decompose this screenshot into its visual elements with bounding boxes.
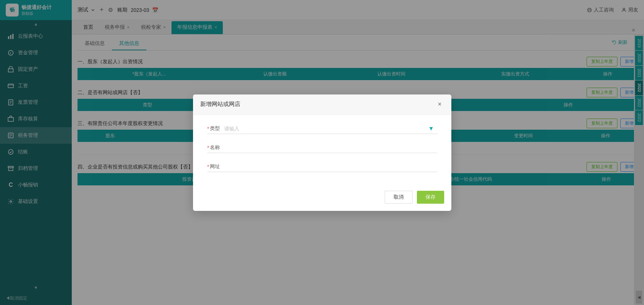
url-required-mark: * [207, 164, 209, 170]
form-field-type: * 类型 ▼ [207, 124, 437, 134]
modal-close-icon: × [438, 101, 442, 108]
name-required-mark: * [207, 145, 209, 151]
type-label: 类型 [210, 125, 220, 132]
modal-header: 新增网站或网店 × [193, 94, 451, 115]
modal-title: 新增网站或网店 [200, 101, 240, 108]
modal-dialog: 新增网站或网店 × * 类型 ▼ * 名称 [193, 94, 451, 211]
type-dropdown-icon[interactable]: ▼ [428, 125, 434, 132]
cancel-button[interactable]: 取消 [385, 191, 413, 204]
name-label: 名称 [210, 144, 220, 151]
save-button[interactable]: 保存 [417, 191, 444, 204]
form-field-name: * 名称 [207, 143, 437, 153]
url-label: 网址 [210, 163, 220, 170]
name-input-wrapper: * 名称 [207, 143, 437, 153]
type-required-mark: * [207, 126, 209, 131]
name-input[interactable] [223, 143, 437, 153]
type-input[interactable] [223, 124, 437, 134]
url-input-wrapper: * 网址 [207, 162, 437, 172]
modal-overlay[interactable]: 新增网站或网店 × * 类型 ▼ * 名称 [0, 0, 644, 305]
modal-footer: 取消 保存 [193, 186, 451, 211]
url-input[interactable] [223, 162, 437, 172]
form-field-url: * 网址 [207, 162, 437, 172]
type-input-wrapper: * 类型 ▼ [207, 124, 437, 134]
modal-close-button[interactable]: × [436, 100, 444, 109]
modal-body: * 类型 ▼ * 名称 * 网址 [193, 115, 451, 186]
